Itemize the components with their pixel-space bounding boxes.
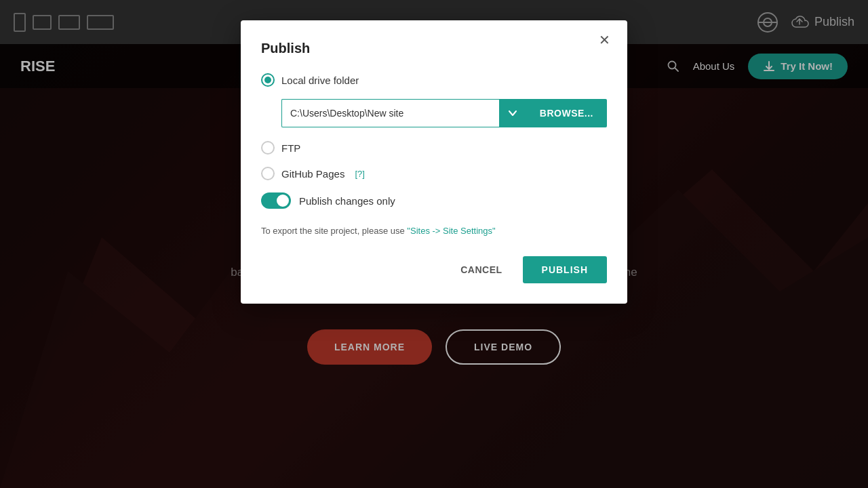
toggle-knob [277,195,289,207]
github-option[interactable]: GitHub Pages [?] [261,167,607,180]
publish-modal: ✕ Publish Local drive folder BROWSE... F… [241,20,627,304]
modal-overlay: ✕ Publish Local drive folder BROWSE... F… [0,0,868,488]
path-row: BROWSE... [281,99,607,127]
publish-changes-toggle[interactable] [261,192,291,209]
cancel-button[interactable]: CANCEL [450,258,512,282]
github-help-link[interactable]: [?] [355,169,364,179]
export-note-text: To export the site project, please use [261,226,407,236]
local-drive-option[interactable]: Local drive folder [261,73,607,87]
ftp-label: FTP [281,142,300,154]
chevron-down-icon [509,110,517,116]
modal-close-button[interactable]: ✕ [595,30,614,49]
github-radio[interactable] [261,167,275,180]
path-input[interactable] [281,99,499,127]
publish-modal-button[interactable]: PUBLISH [523,256,607,283]
local-drive-radio[interactable] [261,73,275,87]
path-dropdown-button[interactable] [499,99,526,127]
export-link[interactable]: "Sites -> Site Settings" [407,226,495,236]
export-note: To export the site project, please use "… [261,226,607,236]
github-label: GitHub Pages [281,168,344,180]
toggle-label: Publish changes only [299,195,395,207]
radio-inner-selected [264,77,271,83]
modal-footer: CANCEL PUBLISH [261,256,607,283]
browse-button[interactable]: BROWSE... [526,99,607,127]
toggle-row: Publish changes only [261,192,607,209]
modal-title: Publish [261,41,607,56]
ftp-option[interactable]: FTP [261,141,607,155]
ftp-radio[interactable] [261,141,275,155]
local-drive-label: Local drive folder [281,75,359,86]
